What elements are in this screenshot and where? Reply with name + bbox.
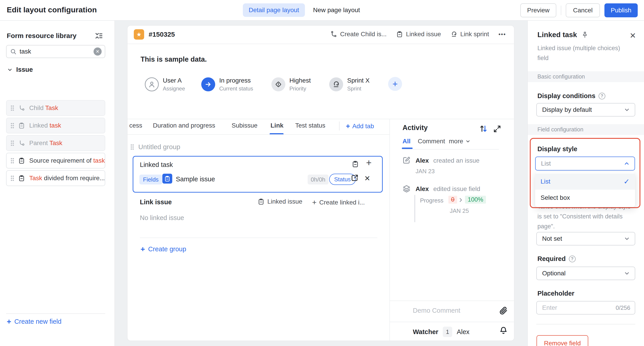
issue-id: #150325 [149,31,175,38]
plus-icon: + [7,317,11,326]
activity-tabs-divider [402,149,499,150]
layers-entry-icon [402,184,411,193]
status-circle [201,77,215,91]
collapse-list-icon[interactable] [95,32,103,40]
chip-texts: In progressCurrent status [219,77,253,92]
activity-tab-more[interactable]: more [449,138,471,145]
tab-process[interactable]: cess [129,122,142,129]
tab-duration-progress[interactable]: Duration and progress [153,122,215,129]
more-actions-icon[interactable]: ••• [498,31,506,38]
page-title: Edit layout configuration [7,6,97,14]
entry-user: Alex [416,185,429,192]
preview-button[interactable]: Preview [520,3,556,17]
sidebar-section-issue[interactable]: Issue [7,66,33,73]
sidebar-item-source-requirement[interactable]: Source requirement of task [6,153,105,169]
link-issue-title: Link issue [140,198,172,206]
fields-badge: Fields [140,175,162,184]
pin-icon[interactable] [581,31,589,39]
link-sprint-button[interactable]: Link sprint [450,31,489,38]
sample-section-divider [128,119,514,119]
add-field-button[interactable]: + [388,77,402,91]
entry-action: created an issue [433,157,480,164]
remove-card-icon[interactable]: ✕ [364,174,370,183]
new-value-badge: 100% [465,196,486,204]
item-label: Source requirement of task [29,157,105,164]
chip-texts: Sprint XSprint [347,77,370,92]
placeholder-input-box[interactable]: 0/256 [536,301,635,314]
search-input[interactable] [20,48,91,55]
activity-tab-comment[interactable]: Comment [418,138,445,145]
option-list[interactable]: List ✓ [535,173,635,190]
help-icon[interactable]: ? [569,256,576,262]
sidebar-item-parent-task[interactable]: Parent Task [6,135,105,151]
priority-diamond-icon [274,80,282,88]
drag-handle-icon[interactable] [10,123,14,128]
required-select[interactable]: Optional [536,267,635,280]
activity-active-tab-underline [402,148,412,149]
activity-tab-all[interactable]: All [402,138,410,145]
display-style-select[interactable]: List [535,157,635,171]
priority-circle [272,77,285,91]
drag-handle-icon[interactable] [10,140,14,146]
option-select-box[interactable]: Select box [535,190,635,206]
panel-title: Linked task [538,31,577,39]
sidebar-item-child-task[interactable]: Child Task [6,100,105,116]
sidebar-item-task-divided[interactable]: Task divided from require... [6,170,105,186]
tab-detail-page-layout[interactable]: Detail page layout [243,3,305,17]
sprint-icon [332,80,340,88]
linked-issue-action[interactable]: Linked issue [258,198,302,205]
sidebar-search-box[interactable]: ✕ [6,45,105,58]
item-label: Task divided from require... [29,175,105,182]
paperclip-icon[interactable] [499,306,508,315]
placeholder-input[interactable] [542,304,616,311]
arrow-right-icon [204,81,212,88]
sprint-circle [329,77,343,91]
drag-handle-icon[interactable] [10,175,14,181]
add-tab-button[interactable]: + Add tab [346,122,374,130]
chevron-up-icon [623,160,630,167]
plus-icon: + [346,122,350,130]
drag-handle-icon[interactable] [130,144,134,150]
create-new-field-button[interactable]: + Create new field [7,317,62,326]
create-child-issue-button[interactable]: Create Child is... [330,31,386,38]
plus-icon: + [312,198,316,207]
cancel-button[interactable]: Cancel [566,3,600,17]
open-external-icon[interactable] [350,174,359,182]
expand-activity-icon[interactable] [493,125,502,133]
remove-field-button[interactable]: Remove field [536,335,588,346]
group-bottom-divider [140,238,377,238]
comment-input[interactable] [413,307,492,314]
display-conditions-select[interactable]: Display by default [536,103,635,117]
publish-button[interactable]: Publish [604,3,638,17]
help-icon[interactable]: ? [598,93,605,99]
entry-change-bar [414,195,415,222]
linked-issue-button[interactable]: Linked issue [396,31,441,38]
sort-order-icon[interactable] [479,124,488,133]
chip-texts: HighestPriority [290,77,311,92]
create-linked-issue-action[interactable]: + Create linked i... [312,198,365,207]
clipboard-link-icon[interactable] [352,160,359,168]
display-conditions-label-row: Display conditions ? [538,92,605,100]
tab-new-page-layout[interactable]: New page layout [313,7,360,14]
panel-bottom-divider [536,324,635,324]
field-chip-sprint: Sprint XSprint [329,77,370,92]
clipboard-link-icon [18,175,25,182]
close-panel-icon[interactable]: ✕ [630,31,636,40]
bell-icon[interactable] [499,326,508,335]
sidebar-item-linked-task[interactable]: Linked task [6,118,105,133]
tab-subissue[interactable]: Subissue [232,122,258,129]
tab-test-status[interactable]: Test status [295,122,325,129]
search-icon [10,48,17,55]
drag-handle-icon[interactable] [10,158,14,164]
drag-handle-icon[interactable] [10,105,14,111]
tab-link[interactable]: Link [270,122,284,129]
chevron-down-icon [624,235,630,242]
clear-search-icon[interactable]: ✕ [94,48,102,56]
clipboard-link-icon [18,122,25,129]
create-group-button[interactable]: + Create group [140,245,186,253]
group-header[interactable]: Untitled group [130,143,180,151]
not-set-select[interactable]: Not set [536,232,635,245]
add-linked-issue-icon[interactable]: + [366,157,372,168]
entry-user: Alex [416,157,429,164]
star-badge-icon[interactable]: ★ [134,29,144,40]
